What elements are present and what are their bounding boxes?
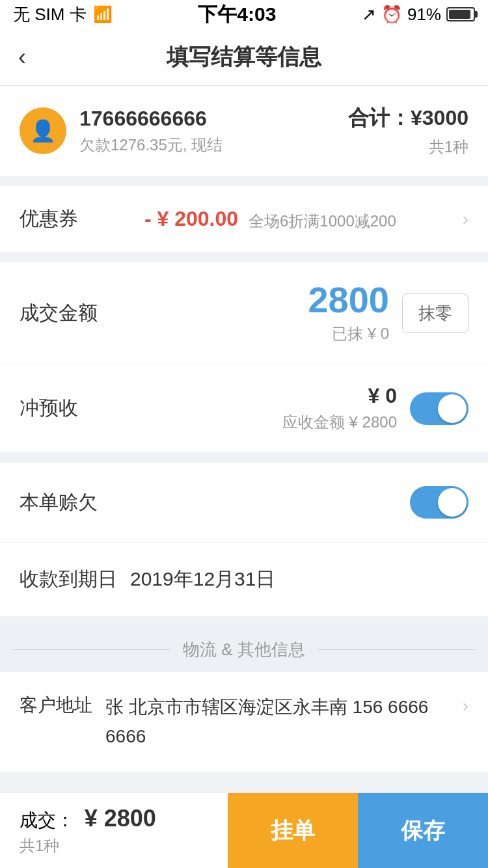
- bottom-deal-line: 成交： ¥ 2800: [20, 805, 208, 833]
- divider-section: 物流 & 其他信息: [0, 627, 488, 672]
- coupon-row[interactable]: 优惠券 - ¥ 200.00 全场6折满1000减200 ›: [0, 186, 488, 252]
- coupon-section: 优惠券 - ¥ 200.00 全场6折满1000减200 ›: [0, 186, 488, 252]
- customer-debt: 欠款1276.35元, 现结: [79, 135, 223, 156]
- toggle-knob: [438, 394, 467, 423]
- total-amount: 合计：¥3000: [348, 104, 468, 133]
- round-button[interactable]: 抹零: [402, 293, 468, 333]
- coupon-label: 优惠券: [20, 206, 78, 232]
- debt-toggle-knob: [438, 488, 467, 517]
- status-right: ↗ ⏰ 91%: [362, 5, 475, 25]
- divider-text: 物流 & 其他信息: [183, 638, 305, 661]
- customer-left: 👤 17666666666 欠款1276.35元, 现结: [20, 107, 223, 156]
- coupon-chevron-icon: ›: [463, 209, 468, 230]
- due-date: 2019年12月31日: [130, 566, 275, 593]
- debt-section: 本单赊欠 收款到期日 2019年12月31日: [0, 463, 488, 616]
- prepay-label: 冲预收: [20, 395, 78, 422]
- page-title: 填写结算等信息: [167, 42, 321, 72]
- battery-icon: [446, 7, 475, 21]
- total-count: 共1种: [348, 137, 468, 157]
- customer-card: 👤 17666666666 欠款1276.35元, 现结 合计：¥3000 共1…: [0, 86, 488, 176]
- carrier-label: 无 SIM 卡: [13, 3, 87, 26]
- prepay-sub: 应收金额 ¥ 2800: [282, 412, 397, 433]
- address-label: 客户地址: [20, 693, 92, 718]
- due-label: 收款到期日: [20, 566, 117, 593]
- coupon-right: - ¥ 200.00 全场6折满1000减200: [144, 207, 396, 232]
- avatar-icon: 👤: [30, 118, 56, 143]
- status-time: 下午4:03: [198, 1, 276, 28]
- debt-row: 本单赊欠: [0, 463, 488, 542]
- content-area: 👤 17666666666 欠款1276.35元, 现结 合计：¥3000 共1…: [0, 86, 488, 868]
- deal-amount-area: 2800 已抹 ¥ 0 抹零: [308, 282, 468, 344]
- divider-line-left: [13, 649, 170, 650]
- alarm-icon: ⏰: [381, 5, 402, 25]
- deal-sub: 已抹 ¥ 0: [308, 323, 389, 344]
- due-row: 收款到期日 2019年12月31日: [0, 542, 488, 616]
- customer-right: 合计：¥3000 共1种: [348, 104, 468, 157]
- status-bar: 无 SIM 卡 📶 下午4:03 ↗ ⏰ 91%: [0, 0, 488, 29]
- deal-section: 成交金额 2800 已抹 ¥ 0 抹零 冲预收 ¥ 0 应收金额 ¥ 2800: [0, 262, 488, 452]
- coupon-amount: - ¥ 200.00: [144, 207, 238, 231]
- prepay-amount: ¥ 0: [282, 384, 397, 408]
- divider-line-right: [318, 649, 475, 650]
- battery-percentage: 91%: [407, 5, 441, 25]
- location-icon: ↗: [362, 5, 376, 25]
- bottom-deal-label: 成交：: [20, 810, 74, 830]
- customer-phone: 17666666666: [79, 107, 223, 131]
- save-button[interactable]: 保存: [358, 793, 488, 869]
- wifi-icon: 📶: [93, 5, 113, 23]
- bottom-summary: 成交： ¥ 2800 共1种: [0, 805, 228, 856]
- address-content: 张 北京市市辖区海淀区永丰南 156 6666 6666: [105, 693, 450, 752]
- deal-number: 2800: [308, 282, 389, 318]
- bottom-count: 共1种: [20, 835, 208, 856]
- debt-label: 本单赊欠: [20, 489, 98, 516]
- deal-amount-label: 成交金额: [20, 300, 98, 327]
- nav-bar: ‹ 填写结算等信息: [0, 29, 488, 86]
- prepay-right: ¥ 0 应收金额 ¥ 2800: [282, 384, 468, 433]
- address-chevron-icon: ›: [463, 696, 468, 716]
- deal-amount-row: 成交金额 2800 已抹 ¥ 0 抹零: [0, 262, 488, 364]
- bottom-deal-amount: ¥ 2800: [85, 805, 156, 832]
- address-row[interactable]: 客户地址 张 北京市市辖区海淀区永丰南 156 6666 6666 ›: [0, 672, 488, 772]
- prepay-toggle[interactable]: [410, 392, 468, 425]
- hang-button[interactable]: 挂单: [228, 793, 358, 869]
- customer-info: 17666666666 欠款1276.35元, 现结: [79, 107, 223, 156]
- status-left: 无 SIM 卡 📶: [13, 3, 113, 26]
- debt-toggle[interactable]: [410, 486, 468, 519]
- avatar: 👤: [20, 107, 66, 154]
- bottom-bar: 成交： ¥ 2800 共1种 挂单 保存: [0, 793, 488, 868]
- back-button[interactable]: ‹: [18, 44, 26, 71]
- prepay-row: 冲预收 ¥ 0 应收金额 ¥ 2800: [0, 364, 488, 452]
- coupon-desc: 全场6折满1000减200: [249, 211, 396, 232]
